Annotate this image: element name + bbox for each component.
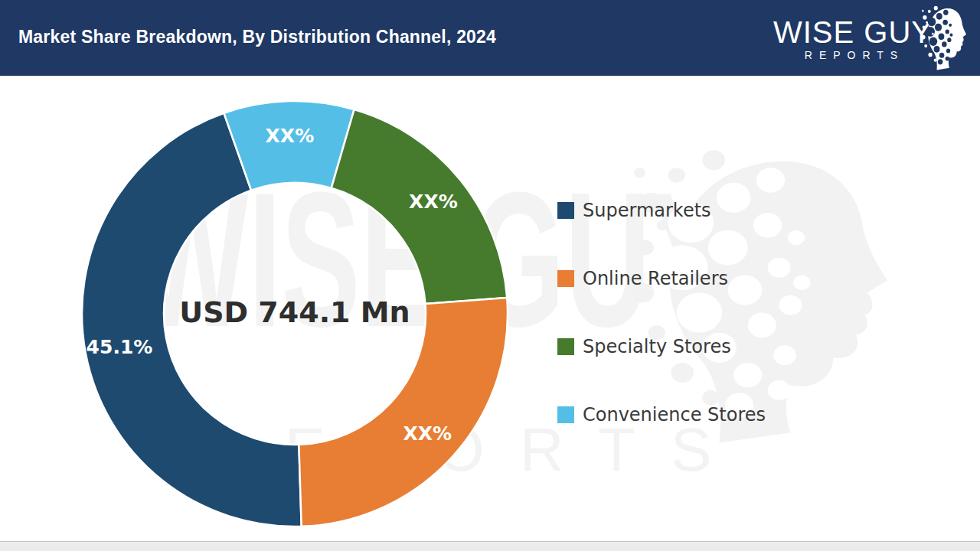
logo-wordmark: WISE GUY: [773, 17, 933, 47]
legend-label: Convenience Stores: [583, 406, 766, 424]
legend-swatch-online-retailers: [557, 270, 574, 287]
bottom-divider-bar: [0, 541, 980, 551]
legend-swatch-supermarkets: [557, 202, 574, 219]
logo-text: WISE GUY REPORTS: [773, 17, 933, 60]
legend-label: Online Retailers: [583, 269, 728, 288]
report-canvas: WISE GUY REPORTS 45.1%XX%XX%XX% USD 744.…: [0, 0, 980, 551]
legend-swatch-convenience-stores: [557, 406, 574, 423]
logo-head-profile-icon: [922, 5, 968, 71]
wise-guy-reports-logo: WISE GUY REPORTS: [773, 5, 968, 72]
slice-value-label: XX%: [403, 422, 452, 445]
legend-swatch-specialty-stores: [557, 338, 574, 355]
slice-value-label: 45.1%: [87, 336, 153, 358]
page-title: Market Share Breakdown, By Distribution …: [18, 27, 496, 47]
header-bar: Market Share Breakdown, By Distribution …: [0, 0, 980, 76]
legend-item-online-retailers: Online Retailers: [557, 269, 766, 288]
slice-value-label: XX%: [266, 125, 315, 147]
slice-value-label: XX%: [409, 191, 458, 213]
logo-subtitle: REPORTS: [802, 50, 904, 60]
chart-center-value: USD 744.1 Mn: [142, 291, 448, 334]
chart-legend: Supermarkets Online Retailers Specialty …: [557, 201, 766, 474]
legend-item-convenience-stores: Convenience Stores: [557, 406, 766, 424]
legend-label: Specialty Stores: [583, 337, 731, 356]
legend-item-specialty-stores: Specialty Stores: [557, 337, 766, 356]
legend-item-supermarkets: Supermarkets: [557, 201, 766, 220]
legend-label: Supermarkets: [583, 201, 711, 220]
